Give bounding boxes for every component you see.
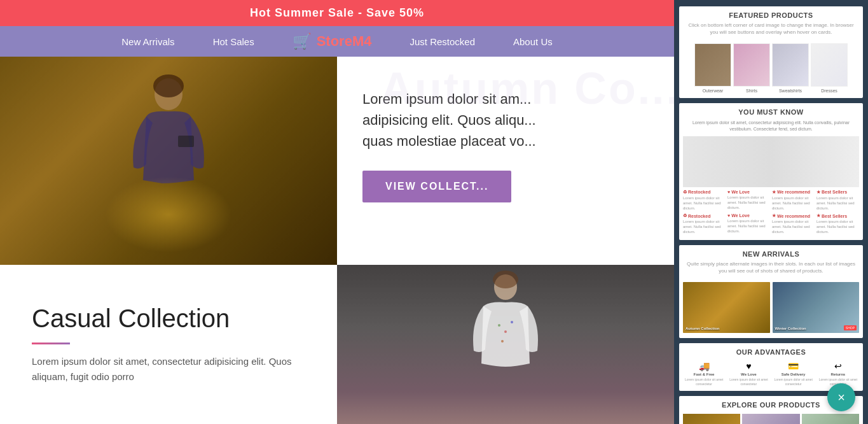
- ymk-welove-2-text: Lorem ipsum dolor sit amet. Nulla facili…: [727, 219, 770, 234]
- new-arrivals-subtitle: Quite simply place alternate images in t…: [679, 260, 863, 279]
- product-img-dresses: [811, 43, 848, 87]
- product-thumb-sweatshirts[interactable]: Sweatshirts: [772, 43, 809, 93]
- svg-point-8: [501, 340, 504, 343]
- autumn-bg-text: Autumn Co...: [381, 63, 674, 114]
- nav-just-restocked[interactable]: Just Restocked: [410, 36, 475, 47]
- ymk-recommend-2-text: Lorem ipsum dolor sit amet. Nulla facili…: [772, 220, 815, 234]
- hero-top: Autumn Co... Lorem ipsum dolor sit am...…: [0, 57, 674, 265]
- ymk-bestsellers-2-text: Lorem ipsum dolor sit amet. Nulla facili…: [816, 220, 859, 234]
- logo-text: StoreM4: [317, 33, 372, 50]
- ymk-header-welove-2: ♥ We Love: [727, 213, 770, 218]
- navbar: New Arrivals Hot Sales 🛒 StoreM4 Just Re…: [0, 26, 674, 57]
- ymk-welove-2-label: We Love: [731, 213, 750, 218]
- ymk-restocked-1: ♻ Restocked Lorem ipsum dolor sit amet. …: [683, 190, 726, 211]
- sale-banner-text: Hot Summer Sale - Save 50%: [250, 6, 424, 19]
- adv-safe-title: Safe Delivery: [773, 372, 815, 376]
- ymk-bestsellers-label: Best Sellers: [822, 190, 847, 194]
- navbar-logo[interactable]: 🛒 StoreM4: [293, 32, 372, 50]
- ymk-welove-text: Lorem ipsum dolor sit amet. Nulla facili…: [727, 195, 770, 210]
- ymk-recommend-2: ★ We recommend Lorem ipsum dolor sit ame…: [772, 213, 815, 234]
- cart-icon: 🛒: [293, 32, 312, 50]
- main-content-area: Hot Summer Sale - Save 50% New Arrivals …: [0, 0, 674, 424]
- adv-fast-free: 🚚 Fast & Free Lorem ipsum dolor sit amet…: [683, 361, 725, 386]
- na-winter-thumb[interactable]: Winter Collection SHOP: [773, 282, 860, 333]
- featured-products-grid: Outerwear Shirts Sweatshirts Dresses: [679, 41, 863, 98]
- casual-collection-panel: Casual Collection Lorem ipsum dolor sit …: [0, 265, 337, 424]
- casual-figure: [455, 268, 556, 421]
- svg-point-4: [493, 271, 518, 288]
- bottom-section: Casual Collection Lorem ipsum dolor sit …: [0, 265, 674, 424]
- adv-fast-free-title: Fast & Free: [683, 372, 725, 376]
- svg-point-5: [498, 324, 500, 327]
- ymk-header-restocked: ♻ Restocked: [683, 190, 726, 195]
- ymk-bestsellers-1: ★ Best Sellers Lorem ipsum dolor sit ame…: [816, 190, 859, 211]
- nav-hot-sales[interactable]: Hot Sales: [213, 36, 254, 47]
- adv-welove-title: We Love: [727, 372, 769, 376]
- right-panel: FEATURED PRODUCTS Click on bottom left c…: [674, 0, 868, 424]
- nav-about-us[interactable]: About Us: [513, 36, 553, 47]
- ymk-restocked-label: Restocked: [688, 190, 710, 194]
- ymk-restocked-icon-2: ♻: [683, 213, 687, 218]
- ymk-welove-label: We Love: [731, 190, 750, 194]
- svg-point-7: [511, 321, 513, 323]
- product-thumb-dresses[interactable]: Dresses: [811, 43, 848, 93]
- ymk-recommend-text: Lorem ipsum dolor sit amet. Nulla facili…: [772, 196, 815, 211]
- sale-banner[interactable]: Hot Summer Sale - Save 50%: [0, 0, 674, 26]
- featured-products-subtitle: Click on bottom left corner of card imag…: [679, 22, 863, 41]
- adv-we-love: ♥ We Love Lorem ipsum dolor sit amet con…: [727, 361, 769, 386]
- adv-return-icon: ↩: [817, 361, 859, 371]
- close-icon: ×: [837, 390, 845, 405]
- ymk-recommend-icon: ★: [772, 190, 776, 195]
- ymk-bestsellers-text: Lorem ipsum dolor sit amet. Nulla facili…: [816, 196, 859, 211]
- casual-collection-title: Casual Collection: [32, 304, 305, 333]
- adv-safe-text: Lorem ipsum dolor sit amet consectetur: [773, 378, 815, 386]
- adv-returns: ↩ Returns Lorem ipsum dolor sit amet con…: [817, 361, 859, 386]
- na-autumn-thumb[interactable]: Autumn Collection: [683, 282, 770, 333]
- casual-photo-right: [337, 265, 674, 424]
- ymk-bg-strip: [683, 136, 859, 187]
- na-autumn-label: Autumn Collection: [685, 327, 719, 330]
- featured-products-title: FEATURED PRODUCTS: [679, 6, 863, 22]
- hero-right: Autumn Co... Lorem ipsum dolor sit am...…: [337, 57, 674, 265]
- product-label-shirts: Shirts: [733, 88, 770, 93]
- ymk-recommend-label: We recommend: [777, 190, 810, 194]
- product-img-outerwear: [694, 43, 731, 87]
- ymk-recommend-1: ★ We recommend Lorem ipsum dolor sit ame…: [772, 190, 815, 211]
- product-img-sweatshirts: [772, 43, 809, 87]
- ymk-restocked-2: ♻ Restocked Lorem ipsum dolor sit amet. …: [683, 213, 726, 234]
- ymk-bestsellers-icon: ★: [816, 190, 820, 195]
- product-img-shirts: [733, 43, 770, 87]
- casual-divider: [32, 343, 70, 344]
- ymk-restocked-icon: ♻: [683, 190, 687, 195]
- ymk-header-welove: ♥ We Love: [727, 190, 770, 194]
- you-must-know-title: YOU MUST KNOW: [679, 103, 863, 118]
- explore-thumb-2[interactable]: [742, 414, 799, 424]
- hero-content-area: Autumn Co... Lorem ipsum dolor sit am...…: [0, 57, 674, 424]
- view-collection-button[interactable]: VIEW COLLECT...: [362, 171, 511, 202]
- ymk-recommend-icon-2: ★: [772, 213, 776, 218]
- na-winter-label: Winter Collection: [775, 327, 806, 330]
- product-label-sweatshirts: Sweatshirts: [772, 88, 809, 93]
- adv-welove-text: Lorem ipsum dolor sit amet consectetur: [727, 378, 769, 386]
- close-fab-button[interactable]: ×: [827, 383, 855, 411]
- explore-thumb-1[interactable]: [683, 414, 740, 424]
- ymk-grid-2: ♻ Restocked Lorem ipsum dolor sit amet. …: [683, 213, 859, 234]
- nav-new-arrivals[interactable]: New Arrivals: [121, 36, 174, 47]
- casual-body-text: Lorem ipsum dolor sit amet, consectetur …: [32, 354, 305, 385]
- product-thumb-shirts[interactable]: Shirts: [733, 43, 770, 93]
- adv-shipping-icon: 🚚: [683, 361, 725, 371]
- explore-thumb-3[interactable]: [802, 414, 859, 424]
- product-thumb-outerwear[interactable]: Outerwear: [694, 43, 731, 93]
- ymk-grid: ♻ Restocked Lorem ipsum dolor sit amet. …: [683, 190, 859, 211]
- ymk-welove-2: ♥ We Love Lorem ipsum dolor sit amet. Nu…: [727, 213, 770, 234]
- ymk-bestsellers-2: ★ Best Sellers Lorem ipsum dolor sit ame…: [816, 213, 859, 234]
- new-arrivals-thumbs: Autumn Collection Winter Collection SHOP: [679, 279, 863, 338]
- ymk-header-recommend-2: ★ We recommend: [772, 213, 815, 218]
- svg-rect-2: [178, 136, 194, 147]
- ymk-bestsellers-2-label: Best Sellers: [822, 214, 847, 218]
- na-winter-btn[interactable]: SHOP: [844, 325, 857, 330]
- ymk-restocked-text: Lorem ipsum dolor sit amet. Nulla facili…: [683, 196, 726, 211]
- new-arrivals-section: NEW ARRIVALS Quite simply place alternat…: [679, 245, 863, 338]
- svg-point-6: [504, 330, 507, 333]
- ymk-recommend-2-label: We recommend: [777, 214, 810, 218]
